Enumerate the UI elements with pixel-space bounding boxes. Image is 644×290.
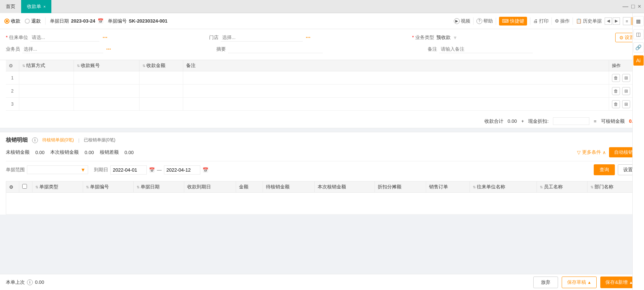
copy-btn-1[interactable]: ⊞ bbox=[622, 74, 630, 82]
remark-col-header: 备注 bbox=[183, 60, 609, 71]
save-draft-button[interactable]: 保存草稿 ▲ bbox=[562, 277, 597, 288]
row-num-3: 3 bbox=[6, 98, 19, 111]
video-btn[interactable]: ▶ 视频 bbox=[454, 18, 470, 24]
select-all-checkbox[interactable] bbox=[22, 184, 27, 189]
counterpart-input[interactable] bbox=[30, 34, 100, 42]
shop-ellipsis[interactable]: ··· bbox=[306, 34, 310, 41]
sidebar-table-icon[interactable]: ▦ bbox=[633, 16, 644, 26]
footer-info-icon[interactable]: ℹ bbox=[27, 279, 33, 285]
range-chevron-icon: ▼ bbox=[80, 167, 86, 173]
sidebar-link-icon[interactable]: 🔗 bbox=[633, 42, 644, 52]
salesperson-ellipsis[interactable]: ··· bbox=[106, 46, 111, 52]
divider1 bbox=[45, 17, 46, 25]
equals-sign: = bbox=[594, 118, 597, 124]
remark-cell-2[interactable] bbox=[183, 85, 609, 98]
dept-header: ⇅ 部门名称 bbox=[587, 181, 638, 193]
doc-date-sort[interactable]: ⇅ bbox=[137, 185, 140, 189]
sidebar-ai-icon[interactable]: Ai bbox=[633, 55, 644, 66]
account-sort[interactable]: ⇅ bbox=[77, 64, 80, 68]
delete-btn-2[interactable]: 🗑 bbox=[612, 87, 620, 95]
salesperson-label: 业务员 bbox=[6, 46, 20, 52]
account-cell-1[interactable] bbox=[74, 71, 139, 85]
range-select-wrapper[interactable]: ▼ bbox=[27, 165, 88, 174]
counterpart-sort[interactable]: ⇅ bbox=[473, 185, 476, 189]
remark-cell-1[interactable] bbox=[183, 71, 609, 85]
more-conditions-btn[interactable]: ▽ 更多条件 ∧ bbox=[577, 149, 606, 156]
verify-stats-right: ▽ 更多条件 ∧ 自动核销 bbox=[577, 147, 638, 157]
date-from-input[interactable] bbox=[110, 165, 147, 175]
number-label: 单据编号 bbox=[108, 18, 127, 24]
save-draft-label: 保存草稿 bbox=[567, 279, 586, 286]
chevron-up-icon: ∧ bbox=[602, 150, 606, 155]
dept-sort[interactable]: ⇅ bbox=[590, 185, 593, 189]
maximize-button[interactable]: □ bbox=[631, 3, 635, 10]
settlement-sort[interactable]: ⇅ bbox=[22, 64, 25, 68]
doc-number-sort[interactable]: ⇅ bbox=[86, 185, 89, 189]
account-cell-2[interactable] bbox=[74, 85, 139, 98]
verify-stats: 未核销金额 0.00 本次核销金额 0.00 核销差额 0.00 ▽ 更多条件 … bbox=[6, 147, 638, 157]
save-draft-arrow-icon: ▲ bbox=[588, 280, 592, 285]
shortcut-btn[interactable]: ⌨ 快捷键 bbox=[499, 17, 527, 26]
form-row-1: 往来单位 ··· 门店 ··· 业务类型 预收款 ▼ ⚙ 设置 bbox=[6, 33, 638, 42]
summary-input[interactable] bbox=[228, 45, 323, 53]
date-to-cal-icon[interactable]: 📅 bbox=[203, 167, 208, 173]
employee-sort[interactable]: ⇅ bbox=[540, 185, 543, 189]
amount-sort[interactable]: ⇅ bbox=[142, 64, 145, 68]
settlement-cell-2[interactable] bbox=[19, 85, 74, 98]
bottom-gear-icon[interactable]: ⚙ bbox=[9, 184, 13, 190]
operation-label: 操作 bbox=[560, 18, 570, 24]
settlement-cell-3[interactable] bbox=[19, 98, 74, 111]
amount-cell-2[interactable] bbox=[139, 85, 183, 98]
close-button[interactable]: × bbox=[638, 3, 641, 10]
business-type-select[interactable]: 预收款 ▼ bbox=[436, 34, 458, 41]
minimize-button[interactable]: — bbox=[623, 3, 628, 10]
discard-button[interactable]: 放弃 bbox=[533, 277, 558, 288]
tab-current[interactable]: 收款单 × bbox=[21, 0, 51, 13]
table-section: ⚙ ⇅ 结算方式 ⇅ 收款账号 ⇅ 收款金额 备注 bbox=[0, 60, 644, 114]
amount-cell-1[interactable] bbox=[139, 71, 183, 85]
unverified-label: 未核销金额 bbox=[6, 149, 30, 156]
discount-header: 折扣分摊额 bbox=[374, 181, 426, 193]
operation-btn[interactable]: ⚙ 操作 bbox=[555, 18, 570, 24]
calendar-icon[interactable]: 📅 bbox=[98, 18, 103, 24]
main-scroll: 收款 退款 单据日期 2023-03-24 📅 单据编号 SK-20230324… bbox=[0, 13, 644, 258]
doc-number-header: ⇅ 单据编号 bbox=[83, 181, 134, 193]
date-value: 2023-03-24 bbox=[71, 18, 95, 24]
next-arrow[interactable]: ▶ bbox=[613, 17, 620, 25]
receipt-radio[interactable]: 收款 bbox=[4, 18, 20, 24]
account-cell-3[interactable] bbox=[74, 98, 139, 111]
amount-cell-3[interactable] bbox=[139, 98, 183, 111]
help-btn[interactable]: ? 帮助 bbox=[476, 18, 493, 24]
remark-input[interactable] bbox=[439, 45, 533, 53]
copy-btn-2[interactable]: ⊞ bbox=[622, 87, 630, 95]
done-tab[interactable]: 已核销单据(0笔) bbox=[84, 137, 115, 143]
current-label: 本次核销金额 bbox=[50, 149, 79, 156]
table-gear-icon[interactable]: ⚙ bbox=[9, 63, 13, 68]
date-to-input[interactable] bbox=[164, 165, 200, 175]
range-input[interactable] bbox=[30, 167, 80, 173]
tab-home[interactable]: 首页 bbox=[0, 0, 21, 13]
delete-btn-3[interactable]: 🗑 bbox=[612, 100, 620, 108]
history-btn[interactable]: 📋 历史单据 bbox=[576, 18, 602, 24]
counterpart-ellipsis[interactable]: ··· bbox=[102, 34, 107, 41]
verify-info-icon[interactable]: ℹ bbox=[32, 137, 38, 143]
sidebar-doc-icon[interactable]: ◫ bbox=[633, 29, 644, 39]
tab-close-icon[interactable]: × bbox=[43, 0, 46, 13]
pending-tab[interactable]: 待核销单据(0笔) bbox=[42, 137, 74, 143]
refund-radio[interactable]: 退款 bbox=[25, 18, 41, 24]
delete-btn-1[interactable]: 🗑 bbox=[612, 74, 620, 82]
video-label: 视频 bbox=[461, 18, 470, 24]
due-date-label: 到期日 bbox=[94, 166, 108, 173]
remark-cell-3[interactable] bbox=[183, 98, 609, 111]
settlement-cell-1[interactable] bbox=[19, 71, 74, 85]
print-btn[interactable]: 🖨 打印 bbox=[533, 18, 549, 24]
date-cal-icon[interactable]: 📅 bbox=[149, 167, 155, 173]
copy-btn-3[interactable]: ⊞ bbox=[622, 100, 630, 108]
discount-input[interactable] bbox=[553, 117, 589, 125]
prev-arrow[interactable]: ◀ bbox=[605, 17, 612, 25]
shop-input[interactable] bbox=[221, 34, 303, 42]
doc-type-sort[interactable]: ⇅ bbox=[35, 185, 38, 189]
salesperson-input[interactable] bbox=[22, 45, 103, 53]
list-view-btn[interactable]: ≡ bbox=[623, 17, 631, 25]
query-button[interactable]: 查询 bbox=[594, 164, 615, 175]
